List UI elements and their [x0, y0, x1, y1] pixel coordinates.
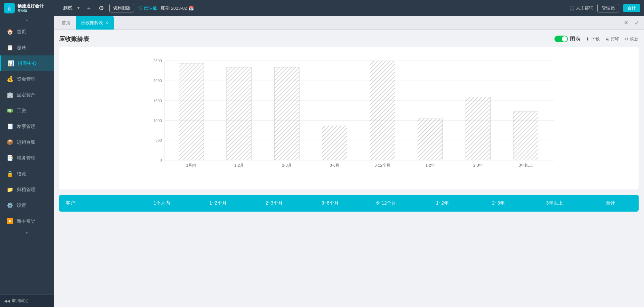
main-layout: ▲ 🏠 首页 📋 总账 📊 报表中心 💰 资金管理 🏢 固定资产 💵 工资 🧾 …	[0, 16, 644, 307]
tab-aging[interactable]: 应收账龄表 ✕	[76, 16, 114, 30]
sidebar-item-closing[interactable]: 🔒 结账	[0, 166, 54, 182]
certified-text: 已认证	[144, 5, 157, 11]
tab-home[interactable]: 首页	[56, 16, 76, 30]
print-icon: 🖨	[605, 37, 609, 42]
logo-text: 畅捷通好会计 专业版	[17, 3, 44, 13]
home-icon: 🏠	[7, 29, 13, 35]
svg-text:2500: 2500	[153, 58, 162, 63]
sidebar-item-label: 资金管理	[17, 76, 36, 82]
sidebar-pin-btn[interactable]: ◀◀ 取消固定	[0, 294, 54, 307]
switch-old-version-btn[interactable]: 切到旧版	[109, 4, 134, 12]
gear-icon: ⚙️	[7, 202, 13, 209]
add-workspace-btn[interactable]: ＋	[85, 3, 93, 13]
svg-rect-23	[370, 61, 395, 160]
col-1-2month: 1~2个月	[190, 195, 246, 212]
tab-bar: 首页 应收账龄表 ✕ ✕ ⤢	[54, 16, 644, 30]
sidebar-item-invoices[interactable]: 🧾 发票管理	[0, 119, 54, 134]
sidebar-item-tax[interactable]: 📑 税务管理	[0, 150, 54, 166]
sidebar-item-home[interactable]: 🏠 首页	[0, 24, 54, 40]
tab-expand-btn[interactable]: ⤢	[632, 18, 641, 28]
sidebar-item-label: 发票管理	[17, 124, 36, 130]
archive-icon: 📁	[7, 186, 13, 193]
sidebar-item-label: 报表中心	[18, 60, 37, 67]
sidebar-item-label: 首页	[17, 29, 26, 35]
aging-chart: 0 500 1000 1500 2000 2500 1月内	[66, 54, 632, 181]
sidebar-item-label: 总账	[17, 45, 26, 51]
col-1-2year: 1~2年	[414, 195, 470, 212]
tab-close-icon[interactable]: ✕	[105, 20, 108, 25]
tab-home-label: 首页	[62, 20, 70, 26]
refresh-icon: ↺	[625, 37, 629, 42]
table-header: 客户 1个月内 1~2个月 2~3个月 3~6个月 6~12个月 1~2年 2~…	[59, 195, 639, 212]
workspace-name: 测试	[63, 5, 72, 11]
sidebar-item-label: 固定资产	[17, 92, 36, 98]
sidebar-item-guide[interactable]: ▶️ 新手引导	[0, 213, 54, 229]
chart-toggle[interactable]: 图表	[554, 36, 581, 43]
tab-close-all-btn[interactable]: ✕	[621, 18, 631, 28]
col-3plus: 3年以上	[527, 195, 583, 212]
download-btn[interactable]: ⬇ 下载	[586, 36, 600, 42]
period-value: 2023-02	[171, 6, 187, 11]
print-label: 打印	[611, 36, 620, 42]
sidebar-item-label: 结账	[17, 171, 26, 177]
svg-text:3年以上: 3年以上	[519, 163, 533, 167]
svg-text:1月内: 1月内	[186, 163, 196, 167]
svg-text:3-6月: 3-6月	[330, 163, 339, 167]
topbar-center: 测试 ▼ ＋ ⚙ 切到旧版 🛡 已认证 账期 2023-02 📅	[58, 3, 569, 13]
svg-text:1-2年: 1-2年	[425, 163, 435, 167]
sidebar-item-assets[interactable]: 🏢 固定资产	[0, 87, 54, 103]
app-name: 畅捷通好会计	[17, 3, 44, 9]
sidebar-scroll-down[interactable]: ▼	[0, 229, 54, 237]
period-info: 账期 2023-02 📅	[161, 5, 194, 11]
sidebar-item-archive[interactable]: 📁 归档管理	[0, 182, 54, 198]
toggle-label: 图表	[570, 36, 581, 43]
svg-text:1000: 1000	[153, 118, 162, 123]
topbar-right: 🎧 人工咨询 管理员 会计	[569, 4, 640, 12]
tax-icon: 📑	[7, 155, 13, 161]
user-btn[interactable]: 管理员	[597, 4, 619, 12]
page-header: 应收账龄表 图表 ⬇ 下载 🖨 打印	[59, 35, 639, 43]
sidebar-item-label: 进销台账	[17, 139, 36, 145]
toggle-track[interactable]	[554, 36, 568, 42]
sidebar-scroll-up[interactable]: ▲	[0, 16, 54, 24]
chart-container: 0 500 1000 1500 2000 2500 1月内	[59, 47, 639, 189]
funds-icon: 💰	[7, 76, 13, 82]
calendar-icon[interactable]: 📅	[189, 6, 194, 11]
sidebar-item-reports[interactable]: 📊 报表中心	[0, 55, 54, 71]
workspace-dropdown-icon[interactable]: ▼	[76, 6, 80, 10]
sidebar-item-label: 归档管理	[17, 187, 36, 193]
invoices-icon: 🧾	[7, 123, 13, 130]
app-edition: 专业版	[17, 9, 44, 13]
sidebar-item-funds[interactable]: 💰 资金管理	[0, 71, 54, 87]
sidebar-item-wages[interactable]: 💵 工资	[0, 103, 54, 119]
sidebar: ▲ 🏠 首页 📋 总账 📊 报表中心 💰 资金管理 🏢 固定资产 💵 工资 🧾 …	[0, 16, 54, 307]
sidebar-item-label: 工资	[17, 108, 26, 114]
pin-icon: ◀◀	[4, 299, 10, 303]
sidebar-item-sales[interactable]: 📦 进销台账	[0, 134, 54, 150]
consulting-btn[interactable]: 🎧 人工咨询	[569, 5, 593, 11]
refresh-label: 刷新	[630, 36, 639, 42]
role-btn[interactable]: 会计	[623, 4, 640, 12]
svg-text:1500: 1500	[153, 98, 162, 103]
tab-bar-actions: ✕ ⤢	[621, 18, 641, 28]
sidebar-item-label: 税务管理	[17, 155, 36, 161]
svg-text:2-3年: 2-3年	[473, 163, 483, 167]
sidebar-item-settings[interactable]: ⚙️ 设置	[0, 198, 54, 213]
svg-rect-29	[514, 112, 538, 160]
topbar: 💧 畅捷通好会计 专业版 测试 ▼ ＋ ⚙ 切到旧版 🛡 已认证 账期 2023…	[0, 0, 644, 16]
svg-rect-15	[179, 63, 204, 160]
refresh-btn[interactable]: ↺ 刷新	[625, 36, 639, 42]
svg-rect-19	[274, 67, 299, 160]
svg-rect-27	[466, 97, 490, 160]
col-total: 合计	[583, 195, 639, 212]
sidebar-item-ledger[interactable]: 📋 总账	[0, 40, 54, 55]
svg-text:1-2月: 1-2月	[234, 163, 244, 167]
pin-label: 取消固定	[12, 298, 28, 304]
settings-icon[interactable]: ⚙	[97, 3, 105, 13]
col-1month: 1个月内	[134, 195, 190, 212]
ledger-icon: 📋	[7, 44, 13, 51]
reports-icon: 📊	[8, 60, 14, 67]
download-icon: ⬇	[586, 37, 590, 42]
print-btn[interactable]: 🖨 打印	[605, 36, 620, 42]
download-label: 下载	[591, 36, 600, 42]
